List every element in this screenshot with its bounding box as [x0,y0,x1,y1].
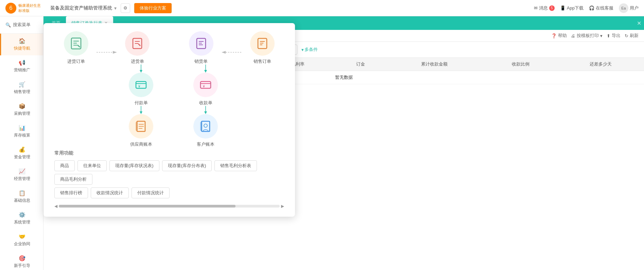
flow-second-row: ¥ 付款单 ¥ 收款单 [99,73,284,106]
common-btn-stock-dist[interactable]: 现存量(库存分布表) [162,160,212,171]
scrollbar-thumb[interactable] [59,205,236,208]
sidebar-item-beginner[interactable]: 🎯 新手引导 [0,251,43,270]
gear-button[interactable]: ⚙ [121,3,130,13]
flow-spacer-la3 [163,106,184,114]
scroll-left-icon[interactable]: ◀ [54,204,57,209]
help-button[interactable]: ❓ 帮助 [551,33,567,39]
system-title: 装备及固定资产辅助管理系统 ▾ [50,5,117,11]
flow-top-row: 进货订单 进货单 销货单 [54,31,284,65]
refresh-button[interactable]: ↻ 刷新 [625,33,639,39]
flow-arrow-left1 [222,50,242,65]
logo-area: 6 畅康通好生意 标准版 [5,3,46,14]
flow-item-sales-order[interactable]: 销售订单 [241,31,284,65]
sales-order-label: 销售订单 [254,58,271,65]
flow-item-sales-bill[interactable]: 销货单 [179,31,223,65]
svg-marker-30 [140,111,142,114]
svg-rect-39 [200,122,202,131]
inventory-icon: 📊 [19,125,25,131]
payment-label: 付款单 [135,100,148,106]
common-btn-receipt-stats[interactable]: 收款情况统计 [91,187,129,198]
purchase-order-label: 进货订单 [67,58,85,65]
common-functions-title: 常用功能 [54,150,284,156]
flow-item-supplier-account[interactable]: 供应商账本 [119,114,163,147]
print-icon: 🖨 [571,33,575,38]
supplier-account-label: 供应商账本 [130,141,152,147]
customer-account-label: 客户账本 [197,141,214,147]
sidebar-item-marketing[interactable]: 📢 营销推广 [0,55,43,77]
svg-rect-26 [201,82,211,88]
title-dropdown-icon[interactable]: ▾ [114,5,117,11]
common-btn-partner[interactable]: 往来单位 [77,160,107,171]
col-days-diff: 还差多少天 [558,58,644,71]
top-bar: 6 畅康通好生意 标准版 装备及固定资产辅助管理系统 ▾ ⚙ 体验行业方案 ✉ … [0,0,644,16]
receipt-label: 收款单 [199,100,212,106]
sidebar-item-basic-info[interactable]: 📋 基础信息 [0,186,43,208]
purchase-bill-label: 进货单 [131,58,144,65]
svg-rect-38 [202,121,210,131]
svg-rect-34 [136,122,138,131]
tab-bar-close-icon[interactable]: ✕ [637,20,641,26]
system-icon: ⚙️ [19,212,25,218]
more-conditions-button[interactable]: ▾ 多条件 [301,47,318,53]
flow-item-receipt[interactable]: ¥ 收款单 [184,73,228,106]
beginner-icon: 🎯 [19,255,25,262]
sidebar-item-sales[interactable]: 🛒 销售管理 [0,77,43,99]
sidebar-item-operations[interactable]: 📈 经营管理 [0,164,43,186]
export-button[interactable]: ⬆ 导出 [607,33,621,39]
sidebar-item-purchase[interactable]: 📦 采购管理 [0,99,43,121]
flow-spacer-la2 [99,106,119,114]
quick-nav-popup: 进货订单 进货单 销货单 [43,23,295,217]
receipt-circle: ¥ [193,73,218,97]
flow-arrow-down-receipt [184,106,228,114]
message-badge: 5 [549,5,555,11]
flow-item-purchase-order[interactable]: 进货订单 [54,31,98,65]
sidebar-item-finance[interactable]: 💰 资金管理 [0,142,43,164]
print-dropdown-icon: ▾ [600,33,603,38]
sidebar-item-inventory[interactable]: 📊 库存核算 [0,121,43,142]
flow-arrow-down-purchase [119,65,163,73]
flow-arrow-right1 [97,50,117,65]
svg-rect-23 [136,82,146,88]
flow-middle-arrows [54,65,284,73]
export-icon: ⬆ [607,33,610,38]
toolbar-right: ❓ 帮助 🖨 按模板打印 ▾ ⬆ 导出 ↻ 刷新 [551,33,639,39]
flow-third-row: 供应商账本 客户账本 [99,114,284,147]
sidebar-item-quick-nav[interactable]: 🏠 快捷导航 [0,34,43,55]
common-btn-sales-ranking[interactable]: 销售排行榜 [54,187,88,198]
app-download-button[interactable]: 📱 App下载 [560,5,584,11]
common-btn-sales-margin[interactable]: 销售毛利分析表 [214,160,257,171]
online-service-button[interactable]: 🎧 在线客服 [589,5,613,11]
sidebar-item-system[interactable]: ⚙️ 系统管理 [0,208,43,229]
common-btn-stock-status[interactable]: 现存量(库存状况表) [109,160,159,171]
top-right: ✉ 消息 5 📱 App下载 🎧 在线客服 Ea 用户 [534,3,639,13]
scroll-right-icon[interactable]: ▶ [281,204,284,209]
avatar: Ea [619,3,628,13]
template-print-button[interactable]: 🖨 按模板打印 ▾ [571,33,603,39]
common-btn-product[interactable]: 商品 [54,160,75,171]
help-icon: ❓ [551,33,557,38]
flow-arrow-down-sales [184,65,228,73]
trial-button[interactable]: 体验行业方案 [134,3,172,13]
svg-marker-22 [204,70,207,73]
flow-item-customer-account[interactable]: 客户账本 [184,114,228,147]
customer-account-circle [193,114,218,139]
flow-item-payment[interactable]: ¥ 付款单 [119,73,163,106]
enterprise-icon: 🤝 [19,233,25,240]
search-menu-button[interactable]: 🔍 搜索菜单 [3,20,40,30]
common-btn-payment-stats[interactable]: 付款情况统计 [132,187,170,198]
user-menu[interactable]: Ea 用户 [619,3,639,13]
sidebar-item-enterprise[interactable]: 🤝 企业协同 [0,229,43,251]
common-btn-product-margin[interactable]: 商品毛利分析 [54,174,92,185]
flow-arrow-down-payment [119,106,163,114]
message-icon: ✉ [534,5,538,11]
flow-spacer-left [54,65,99,73]
sidebar-search-area: 🔍 搜索菜单 [0,16,43,34]
col-receipt-ratio: 收款比例 [484,58,558,71]
logo-text: 畅康通好生意 标准版 [18,3,41,13]
common-buttons-row2: 销售排行榜 收款情况统计 付款情况统计 [54,187,284,198]
search-icon: 🔍 [5,22,11,28]
flow-item-purchase-bill[interactable]: 进货单 [116,31,159,65]
supplier-account-circle [129,114,153,139]
message-button[interactable]: ✉ 消息 5 [534,5,555,11]
common-functions-section: 常用功能 商品 往来单位 现存量(库存状况表) 现存量(库存分布表) 销售毛利分… [54,150,284,198]
